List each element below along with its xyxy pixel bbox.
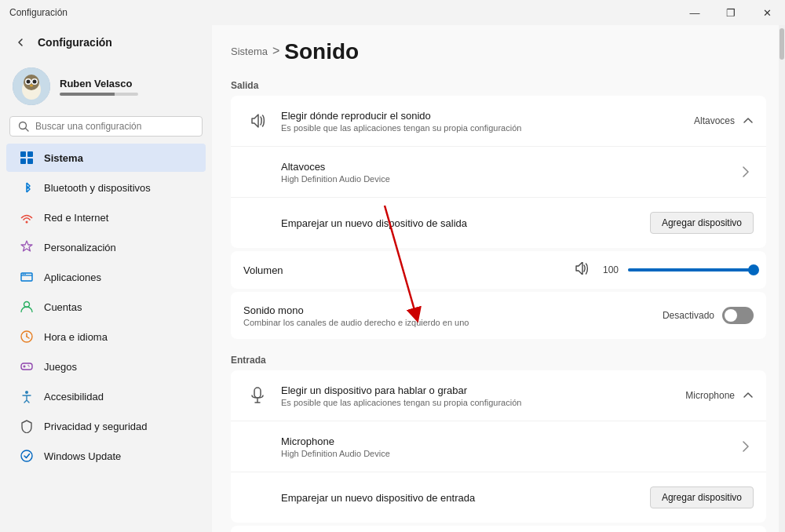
svg-point-5 xyxy=(27,80,31,84)
sidebar-item-cuentas[interactable]: Cuentas xyxy=(6,293,206,321)
sidebar-item-label-sistema: Sistema xyxy=(44,152,83,164)
sidebar-item-label-accesibilidad: Accesibilidad xyxy=(44,391,104,403)
sidebar-item-label-personalizacion: Personalización xyxy=(44,242,116,253)
output-volume-fill xyxy=(628,268,754,271)
app-title: Configuración xyxy=(38,36,112,49)
altavoces-row[interactable]: Altavoces High Definition Audio Device xyxy=(231,147,766,198)
svg-point-26 xyxy=(28,366,29,366)
scrollbar-thumb[interactable] xyxy=(780,28,784,60)
mono-right: Desactivado xyxy=(663,307,754,324)
sidebar-item-personalizacion[interactable]: Personalización xyxy=(6,233,206,261)
svg-rect-11 xyxy=(27,151,33,157)
choose-input-label: Microphone xyxy=(685,390,735,401)
sidebar-item-label-hora: Hora e idioma xyxy=(44,331,108,343)
choose-output-row[interactable]: Elegir dónde reproducir el sonido Es pos… xyxy=(231,96,766,147)
altavoces-spacer xyxy=(243,158,272,186)
personalizacion-icon xyxy=(19,239,35,255)
mic-sub: High Definition Audio Device xyxy=(281,449,738,458)
bluetooth-icon xyxy=(19,180,35,195)
sidebar-item-windows-update[interactable]: Windows Update xyxy=(6,442,206,470)
sidebar-item-accesibilidad[interactable]: Accesibilidad xyxy=(6,382,206,410)
emparejar-entrada-row: Emparejar un nuevo dispositivo de entrad… xyxy=(231,472,766,523)
svg-point-17 xyxy=(23,274,24,275)
emparejar-salida-title: Emparejar un nuevo dispositivo de salida xyxy=(281,217,650,229)
entrada-section-label: Entrada xyxy=(231,342,766,370)
choose-input-title: Elegir un dispositivo para hablar o grab… xyxy=(281,384,685,396)
input-volume-row: Volumen 96 xyxy=(231,526,766,532)
app-body: Configuración Ruben Velasco xyxy=(0,25,785,532)
maximize-button[interactable]: ❐ xyxy=(713,0,749,25)
volume-output-icon xyxy=(575,262,590,278)
altavoces-right xyxy=(738,164,754,180)
breadcrumb-separator: > xyxy=(272,44,279,58)
scrollbar-track[interactable] xyxy=(779,25,785,532)
choose-output-label: Altavoces xyxy=(694,115,735,126)
close-button[interactable]: ✕ xyxy=(749,0,785,25)
mic-title: Microphone xyxy=(281,435,738,447)
content: Sistema > Sonido Salida Elegir xyxy=(212,25,785,532)
sidebar-item-sistema[interactable]: Sistema xyxy=(6,144,206,172)
sidebar-item-label-windows-update: Windows Update xyxy=(44,450,121,462)
titlebar-controls: — ❐ ✕ xyxy=(677,0,785,25)
sidebar-item-label-cuentas: Cuentas xyxy=(44,301,82,313)
agregar-salida-button[interactable]: Agregar dispositivo xyxy=(650,212,754,234)
emparejar-salida-info: Emparejar un nuevo dispositivo de salida xyxy=(281,217,650,229)
search-input[interactable] xyxy=(35,121,194,132)
aplicaciones-icon xyxy=(19,269,35,285)
minimize-button[interactable]: — xyxy=(677,0,713,25)
breadcrumb-parent: Sistema xyxy=(231,46,268,57)
emparejar-entrada-right: Agregar dispositivo xyxy=(650,486,754,508)
sidebar-item-label-red: Red e Internet xyxy=(44,212,108,224)
sidebar-item-bluetooth[interactable]: Bluetooth y dispositivos xyxy=(6,173,206,202)
choose-output-title: Elegir dónde reproducir el sonido xyxy=(281,110,694,122)
chevron-right-icon xyxy=(738,164,754,180)
mono-card: Sonido mono Combinar los canales de audi… xyxy=(231,292,766,339)
titlebar: Configuración — ❐ ✕ xyxy=(0,0,785,25)
svg-rect-30 xyxy=(254,388,261,398)
back-button[interactable] xyxy=(9,31,31,53)
choose-output-right: Altavoces xyxy=(694,115,754,126)
red-icon xyxy=(19,210,35,225)
mono-toggle[interactable] xyxy=(722,307,754,324)
input-card: Elegir un dispositivo para hablar o grab… xyxy=(231,370,766,523)
svg-point-29 xyxy=(21,450,32,461)
svg-point-14 xyxy=(26,221,28,224)
altavoces-title: Altavoces xyxy=(281,161,738,173)
output-volume-slider[interactable] xyxy=(628,268,754,271)
choose-input-row[interactable]: Elegir un dispositivo para hablar o grab… xyxy=(231,370,766,421)
search-box[interactable] xyxy=(9,116,203,137)
mic-choose-icon xyxy=(243,381,272,410)
mono-status: Desactivado xyxy=(663,310,714,321)
windows-update-icon xyxy=(19,448,35,464)
sidebar-item-aplicaciones[interactable]: Aplicaciones xyxy=(6,263,206,291)
mono-info: Sonido mono Combinar los canales de audi… xyxy=(243,304,663,327)
emparejar-entrada-title: Emparejar un nuevo dispositivo de entrad… xyxy=(281,492,650,504)
privacidad-icon xyxy=(19,418,35,434)
input-volume-card: Volumen 96 xyxy=(231,526,766,532)
emparejar-salida-row: Emparejar un nuevo dispositivo de salida… xyxy=(231,198,766,248)
svg-point-27 xyxy=(27,365,28,366)
sidebar-item-red[interactable]: Red e Internet xyxy=(6,203,206,231)
altavoces-info: Altavoces High Definition Audio Device xyxy=(281,161,738,184)
sidebar-item-privacidad[interactable]: Privacidad y seguridad xyxy=(6,412,206,440)
svg-point-7 xyxy=(30,85,33,87)
choose-output-info: Elegir dónde reproducir el sonido Es pos… xyxy=(281,110,694,133)
content-scroll: Salida Elegir dónde reproducir el sonido… xyxy=(212,71,785,532)
chevron-up-icon xyxy=(743,115,754,126)
hora-icon xyxy=(19,329,35,344)
output-volume-thumb xyxy=(748,264,759,275)
svg-rect-12 xyxy=(20,159,26,164)
breadcrumb: Sistema > Sonido xyxy=(231,38,766,64)
microphone-row[interactable]: Microphone High Definition Audio Device xyxy=(231,421,766,472)
sidebar-item-juegos[interactable]: Juegos xyxy=(6,352,206,381)
sidebar-item-hora[interactable]: Hora e idioma xyxy=(6,322,206,351)
accesibilidad-icon xyxy=(19,388,35,404)
svg-rect-23 xyxy=(21,363,32,370)
output-volume-number: 100 xyxy=(600,264,619,275)
mic-spacer xyxy=(243,432,272,461)
sistema-icon xyxy=(19,150,35,166)
salida-section-label: Salida xyxy=(231,71,766,96)
agregar-entrada-button[interactable]: Agregar dispositivo xyxy=(650,486,754,508)
user-info: Ruben Velasco xyxy=(60,78,138,96)
svg-rect-13 xyxy=(27,159,33,164)
